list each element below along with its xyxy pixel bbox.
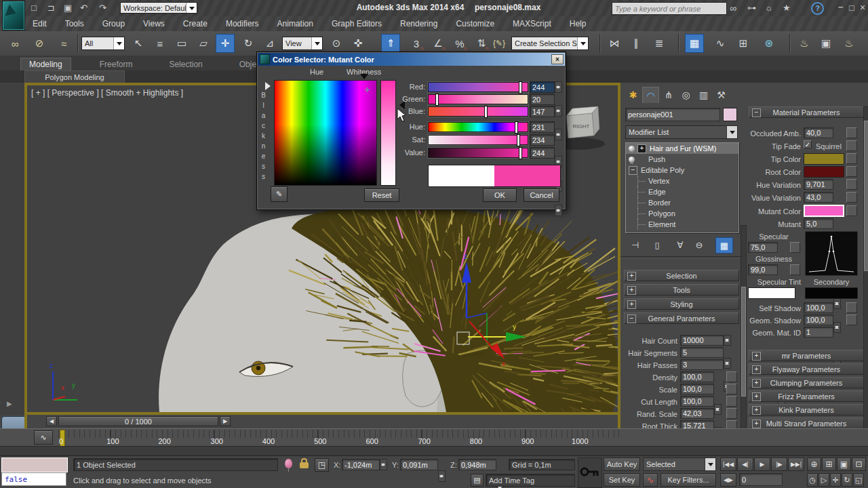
undo-icon[interactable]: ↶ bbox=[80, 3, 87, 13]
zoom-all-icon[interactable]: ⊞ bbox=[822, 458, 836, 471]
reset-button[interactable]: Reset bbox=[364, 188, 399, 202]
chevron-down-icon[interactable] bbox=[113, 37, 124, 49]
select-by-name-icon[interactable]: ≡ bbox=[151, 34, 170, 53]
spinner[interactable] bbox=[833, 322, 841, 333]
render-production-icon[interactable]: ♨ bbox=[840, 34, 859, 53]
select-and-move-icon[interactable]: ✛ bbox=[216, 34, 235, 53]
current-frame-field[interactable]: 0 bbox=[739, 473, 783, 486]
value-slider[interactable] bbox=[428, 148, 528, 158]
set-keys-button[interactable] bbox=[578, 458, 602, 488]
maximize-viewport-icon[interactable]: ◱ bbox=[853, 473, 864, 487]
spinner[interactable] bbox=[833, 298, 841, 309]
mutant-field[interactable]: 5,0 bbox=[804, 218, 833, 229]
tip-color-swatch[interactable] bbox=[804, 153, 844, 165]
secondary-swatch[interactable] bbox=[805, 287, 858, 299]
cut-length-field[interactable]: 100,0 bbox=[680, 396, 714, 407]
map-button[interactable] bbox=[726, 408, 737, 419]
rendered-frame-window-icon[interactable]: ▣ bbox=[816, 34, 835, 53]
glossiness-field[interactable]: 99,0 bbox=[748, 264, 778, 275]
key-filters-button[interactable]: Key Filters... bbox=[660, 473, 716, 487]
mutant-color-swatch[interactable] bbox=[804, 205, 844, 217]
pin-stack-icon[interactable]: ⊣ bbox=[627, 237, 644, 252]
remove-modifier-icon[interactable]: ⊖ bbox=[691, 237, 707, 252]
map-button[interactable] bbox=[846, 192, 857, 203]
selection-filter-dropdown[interactable]: All bbox=[81, 37, 125, 50]
orbit-icon[interactable]: ↻ bbox=[842, 473, 852, 487]
next-frame-button[interactable]: |▶ bbox=[771, 458, 787, 471]
hue-slider-handle[interactable] bbox=[515, 121, 518, 134]
track-bar[interactable]: ∿ 0 100 200 300 400 500 600 700 800 900 … bbox=[0, 428, 868, 447]
save-file-icon[interactable]: ▣ bbox=[64, 3, 72, 13]
menu-modifiers[interactable]: Modifiers bbox=[226, 19, 259, 28]
map-button[interactable] bbox=[846, 153, 857, 164]
new-scene-icon[interactable]: □ bbox=[31, 3, 37, 13]
select-and-scale-icon[interactable]: ⊿ bbox=[260, 34, 279, 53]
display-tab[interactable]: ▥ bbox=[695, 87, 712, 103]
spinner[interactable] bbox=[380, 459, 387, 470]
rollout-tools[interactable]: +Tools bbox=[624, 284, 739, 296]
object-color-swatch[interactable] bbox=[723, 108, 737, 121]
map-button[interactable] bbox=[846, 140, 857, 151]
red-slider-handle[interactable] bbox=[519, 81, 522, 94]
menu-customize[interactable]: Customize bbox=[456, 19, 494, 28]
map-button[interactable] bbox=[790, 242, 800, 253]
red-spinner[interactable] bbox=[555, 81, 562, 93]
geom-mat-id-field[interactable]: 1 bbox=[804, 327, 833, 338]
select-and-manipulate-icon[interactable]: ✜ bbox=[349, 34, 368, 53]
bind-to-space-warp-icon[interactable]: ≈ bbox=[54, 34, 73, 53]
y-coord-field[interactable]: 0,091m bbox=[400, 459, 438, 470]
set-key-filters-curve-icon[interactable]: ∿ bbox=[643, 473, 658, 487]
hair-segments-field[interactable]: 5 bbox=[680, 347, 724, 358]
show-end-result-icon[interactable]: ▯ bbox=[649, 237, 665, 252]
green-slider[interactable] bbox=[428, 94, 528, 104]
rollout-multi-strand[interactable]: +Multi Strand Parameters bbox=[749, 418, 864, 429]
restore-icon[interactable]: □ bbox=[849, 3, 854, 13]
map-button[interactable] bbox=[846, 127, 857, 138]
object-name-field[interactable]: personaje001 bbox=[625, 108, 720, 121]
stack-row-push[interactable]: Push bbox=[626, 154, 738, 165]
viewport-label[interactable]: [ + ] [ Perspective ] [ Smooth + Highlig… bbox=[31, 88, 183, 98]
self-shadow-field[interactable]: 100,0 bbox=[804, 302, 833, 313]
select-and-rotate-icon[interactable]: ↻ bbox=[239, 34, 258, 53]
auto-key-button[interactable]: Auto Key bbox=[604, 458, 640, 471]
layer-manager-icon[interactable]: ≣ bbox=[650, 34, 669, 53]
rollout-flyaway-parameters[interactable]: +Flyaway Parameters bbox=[749, 363, 864, 375]
key-mode-dropdown[interactable]: Selected bbox=[643, 458, 716, 471]
map-button[interactable] bbox=[846, 314, 857, 325]
maxscript-listener-input[interactable] bbox=[1, 458, 68, 472]
hair-passes-field[interactable]: 3 bbox=[680, 359, 724, 370]
zoom-extents-icon[interactable]: ▣ bbox=[837, 458, 851, 471]
map-button[interactable] bbox=[846, 179, 857, 190]
dialog-close-icon[interactable]: × bbox=[551, 54, 564, 64]
zoom-icon[interactable]: ⊕ bbox=[807, 458, 821, 471]
render-setup-icon[interactable]: ♨ bbox=[795, 34, 814, 53]
ok-button[interactable]: OK bbox=[483, 188, 517, 202]
hair-count-field[interactable]: 10000 bbox=[680, 335, 724, 346]
create-tab[interactable]: ✱ bbox=[625, 87, 642, 103]
scrollbar-handle[interactable] bbox=[741, 287, 746, 396]
fov-icon[interactable]: ▷ bbox=[818, 473, 829, 487]
app-menu-logo[interactable] bbox=[2, 1, 25, 30]
keyboard-override-icon[interactable]: ⇑ bbox=[381, 34, 400, 53]
green-value[interactable]: 20 bbox=[530, 94, 555, 105]
menu-create[interactable]: Create bbox=[183, 19, 208, 28]
tip-fade-checkbox[interactable]: ✓ bbox=[804, 140, 812, 148]
minimize-icon[interactable]: – bbox=[838, 1, 843, 12]
specular-field[interactable]: 75,0 bbox=[748, 242, 778, 253]
menu-views[interactable]: Views bbox=[143, 19, 165, 28]
modify-tab[interactable]: ◠ bbox=[642, 87, 659, 103]
blackness-marker-arrow[interactable] bbox=[265, 82, 275, 90]
density-field[interactable]: 100,0 bbox=[680, 371, 714, 382]
color-selector-dialog[interactable]: Color Selector: Mutant Color × Hue White… bbox=[256, 52, 566, 210]
menu-group[interactable]: Group bbox=[102, 19, 125, 28]
named-selection-set-dropdown[interactable]: Create Selection Set bbox=[511, 37, 589, 50]
hue-variation-field[interactable]: 9,701 bbox=[804, 179, 833, 190]
configure-modifier-sets-icon[interactable]: ▦ bbox=[715, 237, 733, 253]
rollout-material-parameters[interactable]: −Material Parameters bbox=[749, 106, 864, 118]
menu-maxscript[interactable]: MAXScript bbox=[513, 19, 551, 28]
menu-edit[interactable]: Edit bbox=[33, 19, 47, 28]
blue-spinner[interactable] bbox=[555, 129, 562, 140]
scene-explorer-toggle-icon[interactable]: ▦ bbox=[685, 34, 704, 53]
key-mode-toggle-button[interactable]: ◀▶ bbox=[720, 473, 736, 487]
scrollbar-handle[interactable] bbox=[864, 121, 868, 271]
